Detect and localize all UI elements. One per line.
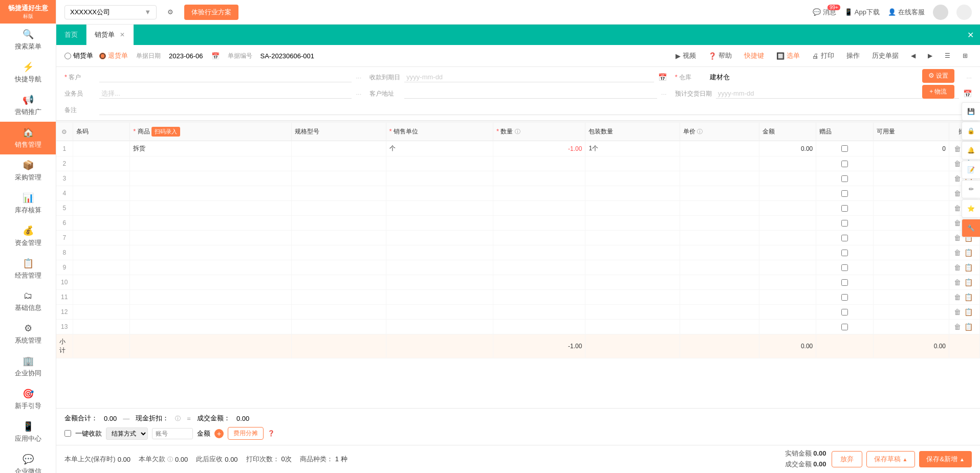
customer-addr-input[interactable] (404, 88, 657, 99)
calendar-due-icon[interactable]: 📅 (658, 73, 667, 81)
grid-view-btn[interactable]: ⊞ (959, 50, 972, 61)
gift-checkbox[interactable] (841, 264, 848, 271)
payment-method-select[interactable]: 结算方式 (106, 427, 148, 440)
sidebar-item-search[interactable]: 🔍 搜索菜单 (0, 24, 56, 56)
list-view-btn[interactable]: ☰ (941, 50, 954, 61)
delete-icon[interactable]: 🗑 (954, 174, 961, 183)
delete-icon[interactable]: 🗑 (954, 263, 961, 272)
right-panel-btn-2[interactable]: 🔒 (962, 122, 980, 140)
expense-split-btn[interactable]: 费用分摊 (228, 427, 264, 440)
sidebar-item-inventory[interactable]: 📊 库存核算 (0, 187, 56, 220)
copy-icon[interactable]: 📋 (964, 308, 973, 316)
copy-icon[interactable]: 📋 (964, 278, 973, 286)
row-pack-qty[interactable]: 1个 (585, 141, 680, 156)
gift-checkbox[interactable] (841, 220, 848, 227)
message-btn[interactable]: 💬 消息 99+ (813, 8, 836, 17)
sidebar-item-finance[interactable]: 💰 资金管理 (0, 220, 56, 253)
price-info-icon[interactable]: ⓘ (697, 128, 703, 134)
gift-checkbox[interactable] (841, 175, 848, 182)
delete-icon[interactable]: 🗑 (954, 249, 961, 257)
tab-close-window-icon[interactable]: ✕ (967, 30, 974, 40)
calendar-icon[interactable]: 📅 (211, 52, 220, 60)
delete-icon[interactable]: 🗑 (954, 219, 961, 227)
delete-icon[interactable]: 🗑 (954, 308, 961, 316)
delete-icon[interactable]: 🗑 (954, 204, 961, 212)
print-btn[interactable]: 🖨 打印 (808, 49, 838, 62)
scan-button[interactable]: 扫码录入 (151, 127, 180, 137)
logistics-btn[interactable]: + 物流 (922, 85, 954, 99)
save-new-chevron[interactable]: ▲ (960, 457, 965, 462)
delete-icon[interactable]: 🗑 (954, 189, 961, 197)
right-panel-btn-6[interactable]: ⭐ (962, 199, 980, 218)
user-avatar-2[interactable] (956, 5, 972, 20)
shortcut-btn[interactable]: 快捷键 (740, 49, 768, 62)
abandon-button[interactable]: 放弃 (832, 451, 862, 467)
warehouse-dots[interactable]: ··· (966, 74, 972, 81)
right-panel-btn-4[interactable]: 📝 (962, 161, 980, 179)
sidebar-item-quick-nav[interactable]: ⚡ 快捷导航 (0, 56, 56, 89)
sidebar-item-marketing[interactable]: 📢 营销推广 (0, 89, 56, 122)
tab-close-icon[interactable]: ✕ (120, 31, 125, 38)
debt-info-icon[interactable]: ⓘ (167, 456, 173, 463)
delete-icon[interactable]: 🗑 (954, 293, 961, 301)
settings-btn[interactable]: ⚙ * 仓库 设置 (922, 69, 954, 83)
save-draft-chevron[interactable]: ▲ (903, 457, 908, 462)
gift-checkbox[interactable] (841, 324, 848, 330)
row-gift[interactable] (816, 141, 874, 156)
copy-icon[interactable]: 📋 (964, 249, 973, 257)
gift-checkbox[interactable] (841, 294, 848, 301)
sidebar-item-wechat[interactable]: 💬 企业微信 (0, 448, 56, 473)
gift-checkbox[interactable] (841, 161, 848, 167)
gift-checkbox[interactable] (841, 235, 848, 241)
radio-sale-input[interactable] (64, 53, 71, 59)
help-btn[interactable]: ❓ 帮助 (704, 49, 736, 62)
one-click-payment-checkbox[interactable] (64, 430, 71, 437)
right-panel-btn-5[interactable]: ✏ (962, 180, 980, 198)
radio-return-input[interactable] (99, 53, 106, 59)
delete-icon[interactable]: 🗑 (954, 323, 961, 331)
salesperson-input[interactable] (99, 88, 352, 99)
addr-dots[interactable]: ··· (661, 90, 667, 98)
row-unit[interactable]: 个 (386, 141, 493, 156)
copy-icon[interactable]: 📋 (964, 293, 973, 301)
operate-btn[interactable]: 操作 (842, 49, 864, 62)
delete-icon[interactable]: 🗑 (954, 278, 961, 286)
account-input[interactable] (152, 428, 193, 439)
row-product[interactable]: 拆货 (130, 141, 292, 156)
customer-dots[interactable]: ··· (356, 74, 361, 81)
next-btn[interactable]: ▶ (924, 50, 937, 61)
sidebar-item-sales[interactable]: 🏠 销售管理 (0, 122, 56, 154)
copy-icon[interactable]: 📋 (964, 263, 973, 272)
video-btn[interactable]: ▶ 视频 (671, 49, 700, 62)
select-btn[interactable]: 🔲 选单 (772, 49, 804, 62)
user-avatar[interactable] (933, 5, 948, 20)
sidebar-item-base[interactable]: 🗂 基础信息 (0, 285, 56, 318)
right-panel-btn-1[interactable]: 💾 (962, 102, 980, 121)
company-selector[interactable]: XXXXXX公司 ▼ (64, 5, 157, 19)
calendar-delivery-icon[interactable]: 📅 (963, 89, 972, 98)
row-spec[interactable] (292, 141, 386, 156)
gift-checkbox[interactable] (841, 250, 848, 256)
delete-icon[interactable]: 🗑 (954, 160, 961, 168)
salesperson-dots[interactable]: ··· (356, 90, 361, 98)
tab-home[interactable]: 首页 (56, 25, 86, 45)
sidebar-item-apps[interactable]: 📱 应用中心 (0, 416, 56, 448)
right-panel-btn-orange[interactable]: 🔧 (962, 219, 980, 237)
row-price[interactable] (680, 141, 759, 156)
qty-info-icon[interactable]: ⓘ (515, 128, 520, 134)
delete-icon[interactable]: 🗑 (954, 145, 961, 153)
online-service-btn[interactable]: 👤 在线客服 (888, 8, 925, 17)
sidebar-item-guide[interactable]: 🎯 新手引导 (0, 383, 56, 416)
copy-icon[interactable]: 📋 (964, 323, 973, 331)
gift-checkbox[interactable] (841, 145, 848, 152)
gift-checkbox[interactable] (841, 309, 848, 316)
due-date-input[interactable] (404, 72, 654, 82)
radio-sale[interactable]: 销货单 (64, 51, 93, 60)
save-new-button[interactable]: 保存&新增 ▲ (919, 451, 972, 467)
delete-icon[interactable]: 🗑 (954, 234, 961, 242)
expense-info-icon[interactable]: ❓ (268, 430, 275, 437)
sidebar-item-system[interactable]: ⚙ 系统管理 (0, 318, 56, 350)
discount-info-icon[interactable]: ⓘ (175, 415, 181, 422)
gift-checkbox[interactable] (841, 205, 848, 212)
history-btn[interactable]: 历史单据 (868, 49, 903, 62)
